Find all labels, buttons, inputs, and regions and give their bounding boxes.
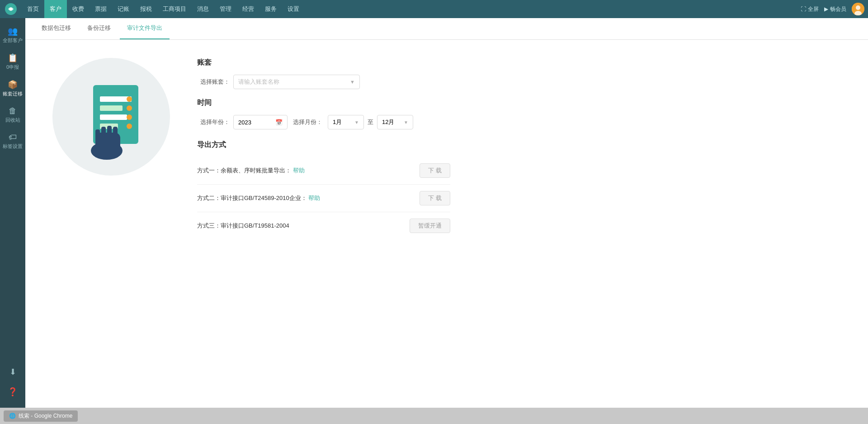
sidebar-item-tag-settings[interactable]: 🏷 标签设置: [0, 128, 25, 154]
sidebar-item-zero-declare[interactable]: 📋 0申报: [0, 48, 25, 75]
export-method-section: 导出方式 方式一：余额表、序时账批量导出： 帮助 下 载 方式二：审计接口GB/…: [197, 140, 450, 239]
nav-tax[interactable]: 报税: [135, 0, 157, 18]
year-value: 2023: [238, 119, 251, 126]
account-label: 选择账套：: [197, 78, 230, 86]
account-row: 选择账套： 请输入账套名称 ▼: [197, 75, 450, 89]
chrome-icon: 🌐: [9, 413, 16, 419]
month-start-select[interactable]: 1月 ▼: [328, 115, 364, 129]
export-method-row-2: 方式二：审计接口GB/T24589-2010企业： 帮助 下 载: [197, 185, 450, 212]
nav-business[interactable]: 工商项目: [157, 0, 192, 18]
fullscreen-icon: ⛶: [801, 6, 806, 12]
time-selectors: 2023 📅 选择月份： 1月 ▼ 至 12月 ▼: [233, 115, 413, 129]
svg-point-1: [9, 8, 12, 10]
nav-client[interactable]: 客户: [44, 0, 67, 18]
month-end-value: 12月: [382, 118, 394, 126]
recycle-icon: 🗑: [9, 106, 17, 116]
method-3-vip-button[interactable]: 暂缓开通: [410, 219, 450, 233]
method-1-label: 方式一：余额表、序时账批量导出： 帮助: [197, 167, 305, 175]
nav-billing[interactable]: 收费: [67, 0, 90, 18]
nav-home[interactable]: 首页: [22, 0, 44, 18]
sidebar-item-account-migrate-label: 账套迁移: [3, 91, 23, 97]
nav-message[interactable]: 消息: [192, 0, 214, 18]
svg-point-12: [127, 114, 132, 120]
month-start-dropdown-icon: ▼: [354, 120, 359, 125]
tab-backup-migrate[interactable]: 备份迁移: [80, 18, 118, 39]
method-1-download-button[interactable]: 下 载: [420, 163, 450, 178]
vip-icon: ▶: [824, 6, 828, 12]
sidebar-item-help[interactable]: ❓: [0, 382, 25, 402]
method-2-text: 方式二：审计接口GB/T24589-2010企业：: [197, 195, 307, 201]
sidebar-bottom: ⬇ ❓: [0, 362, 25, 408]
method-2-download-button[interactable]: 下 载: [420, 191, 450, 205]
year-label: 选择年份：: [197, 118, 230, 126]
svg-rect-18: [107, 126, 112, 136]
method-3-label: 方式三：审计接口GB/T19581-2004: [197, 222, 289, 230]
fullscreen-button[interactable]: ⛶ 全屏: [801, 5, 819, 13]
help-icon: ❓: [8, 387, 18, 397]
form-section: 账套 选择账套： 请输入账套名称 ▼ 时间 选择年份：: [197, 58, 450, 239]
tab-audit-export[interactable]: 审计文件导出: [120, 18, 170, 39]
svg-rect-7: [100, 105, 123, 111]
content-area: 数据包迁移 备份迁移 审计文件导出: [25, 18, 868, 408]
method-1-text: 方式一：余额表、序时账批量导出：: [197, 167, 291, 174]
sidebar-item-download[interactable]: ⬇: [0, 362, 25, 382]
page-content: 账套 选择账套： 请输入账套名称 ▼ 时间 选择年份：: [25, 40, 868, 408]
method-2-label: 方式二：审计接口GB/T24589-2010企业： 帮助: [197, 194, 320, 202]
nav-settings[interactable]: 设置: [282, 0, 305, 18]
account-dropdown-icon: ▼: [350, 79, 355, 85]
tag-settings-icon: 🏷: [9, 133, 17, 142]
nav-service[interactable]: 服务: [259, 0, 282, 18]
nav-invoice[interactable]: 票据: [90, 0, 112, 18]
nav-bookkeeping[interactable]: 记账: [112, 0, 135, 18]
sidebar-item-all-clients[interactable]: 👥 全部客户: [0, 22, 25, 48]
svg-rect-16: [95, 129, 100, 138]
export-wrapper: 账套 选择账套： 请输入账套名称 ▼ 时间 选择年份：: [52, 58, 841, 239]
export-section-title: 导出方式: [197, 140, 450, 150]
svg-rect-17: [101, 127, 106, 137]
sidebar-item-tag-settings-label: 标签设置: [3, 143, 23, 150]
year-input[interactable]: 2023 📅: [233, 115, 288, 129]
nav-manage[interactable]: 管理: [214, 0, 237, 18]
time-section-title: 时间: [197, 98, 450, 108]
tab-data-migrate[interactable]: 数据包迁移: [34, 18, 78, 39]
vip-label: 畅会员: [830, 5, 846, 13]
sidebar-item-recycle[interactable]: 🗑 回收站: [0, 102, 25, 128]
svg-point-10: [127, 96, 132, 102]
sidebar-item-zero-declare-label: 0申报: [6, 64, 19, 71]
main-layout: 👥 全部客户 📋 0申报 📦 账套迁移 🗑 回收站 🏷 标签设置 ⬇ ❓: [0, 18, 868, 408]
method-2-help-link[interactable]: 帮助: [308, 195, 320, 201]
download-icon: ⬇: [9, 367, 16, 377]
month-label: 选择月份：: [293, 118, 322, 126]
illustration: [52, 58, 170, 176]
sidebar-item-recycle-label: 回收站: [5, 117, 20, 124]
vip-button[interactable]: ▶ 畅会员: [824, 5, 846, 13]
zero-declare-icon: 📋: [8, 53, 18, 63]
method-3-text: 方式三：审计接口GB/T19581-2004: [197, 222, 289, 229]
month-end-select[interactable]: 12月 ▼: [377, 115, 413, 129]
nav-operation[interactable]: 经营: [237, 0, 259, 18]
tab-bar: 数据包迁移 备份迁移 审计文件导出: [25, 18, 868, 40]
taskbar-item-label: 线索 - Google Chrome: [19, 412, 72, 420]
account-section-title: 账套: [197, 58, 450, 67]
time-row: 选择年份： 2023 📅 选择月份： 1月 ▼ 至: [197, 115, 450, 129]
month-end-dropdown-icon: ▼: [404, 120, 408, 125]
account-migrate-icon: 📦: [8, 80, 18, 90]
method-1-help-link[interactable]: 帮助: [293, 167, 305, 174]
taskbar-chrome-item[interactable]: 🌐 线索 - Google Chrome: [4, 410, 78, 422]
sidebar: 👥 全部客户 📋 0申报 📦 账套迁移 🗑 回收站 🏷 标签设置 ⬇ ❓: [0, 18, 25, 408]
avatar[interactable]: [852, 3, 864, 15]
calendar-icon: 📅: [275, 119, 283, 126]
nav-right-area: ⛶ 全屏 ▶ 畅会员: [801, 3, 864, 15]
month-start-value: 1月: [333, 118, 342, 126]
svg-rect-8: [100, 114, 127, 120]
all-clients-icon: 👥: [8, 26, 18, 36]
sidebar-item-all-clients-label: 全部客户: [3, 37, 23, 44]
app-logo: [4, 2, 18, 16]
svg-rect-19: [113, 127, 118, 136]
svg-point-13: [127, 124, 132, 129]
nav-items: 首页 客户 收费 票据 记账 报税 工商项目 消息 管理 经营 服务 设置: [22, 0, 801, 18]
sidebar-item-account-migrate[interactable]: 📦 账套迁移: [0, 75, 25, 102]
fullscreen-label: 全屏: [808, 5, 819, 13]
svg-point-3: [856, 5, 860, 10]
account-input[interactable]: 请输入账套名称 ▼: [233, 75, 360, 89]
